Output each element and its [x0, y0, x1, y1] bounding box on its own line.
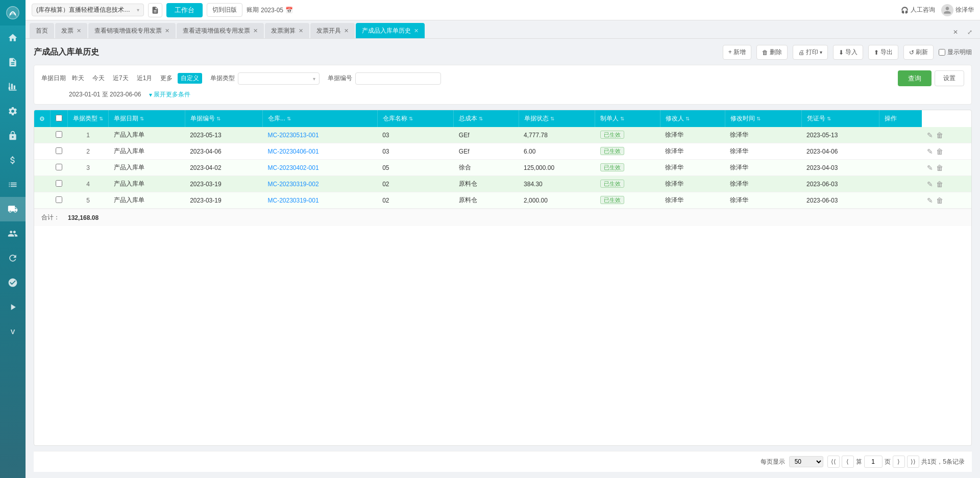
close-invoice-open-tab[interactable]: ✕ [344, 28, 349, 34]
tab-invoice-open[interactable]: 发票开具 ✕ [310, 23, 355, 38]
sidebar-item-money[interactable] [0, 148, 26, 172]
sidebar-item-gear[interactable] [0, 270, 26, 295]
shortcut-custom[interactable]: 自定义 [178, 73, 202, 84]
sidebar-item-list[interactable] [0, 172, 26, 197]
row-checkbox-0[interactable] [51, 127, 68, 143]
row-number-4[interactable]: MC-20230319-001 [262, 192, 377, 209]
user-info[interactable]: 徐泽华 [941, 4, 974, 16]
th-warehouse-code[interactable]: 仓库...⇅ [262, 110, 377, 127]
shortcut-today[interactable]: 今天 [89, 73, 108, 84]
sidebar-item-warehouse[interactable] [0, 197, 26, 221]
row-number-1[interactable]: MC-20230406-001 [262, 143, 377, 160]
first-page-btn[interactable]: ⟨⟨ [827, 456, 840, 468]
th-total-cost[interactable]: 总成本⇅ [454, 110, 519, 127]
tab-sales-vat[interactable]: 查看销项增值税专用发票 ✕ [88, 23, 176, 38]
close-sales-vat-tab[interactable]: ✕ [165, 28, 169, 34]
company-selector[interactable]: (库存核算）直播轻橙通信息技术股份... ▾ [32, 4, 144, 16]
row-number-0[interactable]: MC-20230513-001 [262, 127, 377, 143]
sidebar-item-home[interactable] [0, 26, 26, 50]
export-button[interactable]: ⬆ 导出 [868, 45, 898, 60]
workbench-button[interactable]: 工作台 [166, 3, 203, 17]
close-product-history-tab[interactable]: ✕ [414, 28, 419, 34]
th-settings[interactable]: ⚙ [34, 110, 51, 127]
row-checkbox-4[interactable] [51, 192, 68, 209]
type-filter-select[interactable]: 产品入库单 [238, 72, 320, 85]
reset-button[interactable]: 设置 [935, 70, 964, 86]
th-creator[interactable]: 制单人⇅ [595, 110, 660, 127]
sidebar-item-settings[interactable] [0, 99, 26, 123]
close-invoice-tab[interactable]: ✕ [77, 28, 81, 34]
row-wcode-4: 02 [377, 192, 454, 209]
row-edit-icon-1[interactable]: ✎ [927, 147, 933, 156]
row-edit-icon-2[interactable]: ✎ [927, 164, 933, 172]
row-checkbox-3[interactable] [51, 176, 68, 192]
row-delete-icon-3[interactable]: 🗑 [936, 180, 943, 188]
row-number-2[interactable]: MC-20230402-001 [262, 160, 377, 176]
sidebar-item-document[interactable] [0, 50, 26, 74]
import-button[interactable]: ⬇ 导入 [833, 45, 863, 60]
select-all-checkbox[interactable] [56, 115, 62, 121]
document-icon-btn[interactable] [148, 3, 162, 17]
shortcut-yesterday[interactable]: 昨天 [69, 73, 87, 84]
row-edit-icon-3[interactable]: ✎ [927, 180, 933, 188]
maximize-btn[interactable]: ⤢ [964, 26, 976, 38]
tab-home[interactable]: 首页 [30, 23, 54, 38]
sidebar-item-chart[interactable] [0, 74, 26, 99]
last-page-btn[interactable]: ⟩⟩ [907, 456, 919, 468]
row-creator-3: 徐泽华 [660, 176, 725, 192]
row-checkbox-2[interactable] [51, 160, 68, 176]
per-page-select[interactable]: 50 20 100 [789, 456, 823, 467]
number-filter-input[interactable] [355, 72, 441, 85]
row-edit-icon-4[interactable]: ✎ [927, 196, 933, 205]
th-modifier[interactable]: 修改人⇅ [660, 110, 725, 127]
tab-product-history[interactable]: 产成品入库单历史 ✕ [356, 23, 425, 38]
sidebar-item-refresh[interactable] [0, 246, 26, 270]
th-voucher[interactable]: 凭证号⇅ [801, 110, 879, 127]
sort-creator-icon: ⇅ [620, 116, 624, 121]
show-detail-checkbox[interactable]: 显示明细 [939, 48, 972, 57]
close-all-tabs-btn[interactable]: ✕ [949, 26, 962, 38]
next-page-btn[interactable]: ⟩ [893, 456, 905, 468]
th-modify-time[interactable]: 修改时间⇅ [725, 110, 801, 127]
sidebar-item-version[interactable]: V [0, 319, 26, 344]
tab-invoice-calc[interactable]: 发票测算 ✕ [265, 23, 309, 38]
app-logo[interactable] [0, 0, 26, 26]
sidebar-item-play[interactable] [0, 295, 26, 319]
row-delete-icon-4[interactable]: 🗑 [936, 196, 943, 205]
row-number-3[interactable]: MC-20230319-002 [262, 176, 377, 192]
page-number-input[interactable] [864, 456, 883, 468]
user-service[interactable]: 🎧 人工咨询 [901, 6, 935, 14]
query-button[interactable]: 查询 [898, 70, 932, 86]
row-delete-icon-2[interactable]: 🗑 [936, 164, 943, 172]
sidebar-item-people[interactable] [0, 221, 26, 246]
th-status[interactable]: 单据状态⇅ [519, 110, 595, 127]
page-title: 产成品入库单历史 [34, 47, 99, 58]
th-warehouse-name[interactable]: 仓库名称⇅ [377, 110, 454, 127]
calendar-icon[interactable]: 📅 [285, 7, 293, 14]
new-button[interactable]: + 新增 [723, 45, 751, 60]
tab-purchase-vat[interactable]: 查看进项增值税专用发票 ✕ [177, 23, 264, 38]
show-detail-input[interactable] [939, 49, 945, 56]
th-type[interactable]: 单据类型⇅ [68, 110, 109, 127]
sidebar-item-lock[interactable] [0, 123, 26, 148]
row-checkbox-1[interactable] [51, 143, 68, 160]
close-invoice-calc-tab[interactable]: ✕ [299, 28, 303, 34]
row-delete-icon-0[interactable]: 🗑 [936, 131, 943, 139]
refresh-button[interactable]: ↺ 刷新 [903, 45, 934, 60]
tab-invoice[interactable]: 发票 ✕ [55, 23, 87, 38]
prev-page-btn[interactable]: ⟨ [842, 456, 854, 468]
row-delete-icon-1[interactable]: 🗑 [936, 147, 943, 156]
th-date[interactable]: 单据日期⇅ [109, 110, 185, 127]
print-button[interactable]: 🖨 打印 ▾ [793, 45, 828, 60]
close-purchase-vat-tab[interactable]: ✕ [253, 28, 258, 34]
shortcut-1month[interactable]: 近1月 [134, 73, 156, 84]
th-checkbox[interactable] [51, 110, 68, 127]
shortcut-7days[interactable]: 近7天 [110, 73, 132, 84]
expand-filter-btn[interactable]: ▾ 展开更多条件 [149, 90, 190, 99]
row-edit-icon-0[interactable]: ✎ [927, 131, 933, 139]
delete-button[interactable]: 🗑 删除 [756, 45, 788, 60]
switch-version-button[interactable]: 切到旧版 [207, 3, 242, 17]
row-actions-4: ✎ 🗑 [922, 192, 971, 209]
shortcut-more[interactable]: 更多 [157, 73, 176, 84]
th-number[interactable]: 单据编号⇅ [185, 110, 262, 127]
